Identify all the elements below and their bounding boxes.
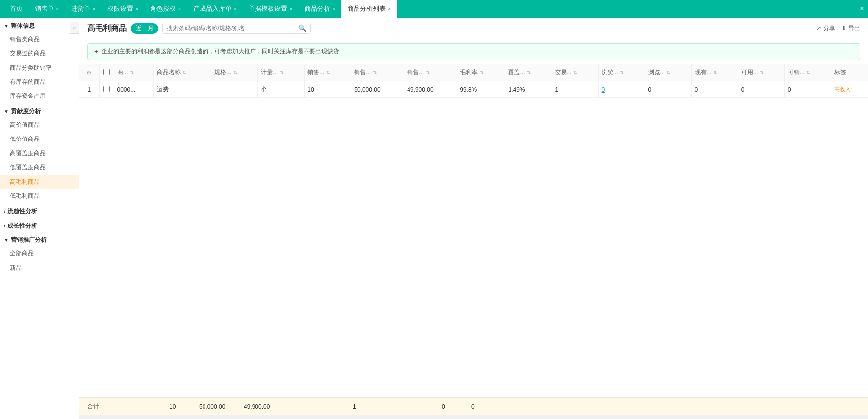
sidebar-group-growth[interactable]: › 成长性分析 [0, 218, 79, 232]
td-name: 运费 [153, 81, 211, 98]
nav-purchase[interactable]: 进货单 × [65, 0, 101, 18]
td-sales-qty: 10 [305, 81, 351, 98]
td-unit: 个 [258, 81, 305, 98]
nav-close-production[interactable]: × [234, 6, 237, 12]
th-views1: 浏览... ⇅ [598, 64, 645, 81]
nav-template[interactable]: 单据模板设置 × [243, 0, 298, 18]
sidebar-group-overall[interactable]: ▼ 整体信息 [0, 18, 79, 32]
share-icon: ↗ [817, 25, 821, 32]
search-box: 🔍 [162, 23, 311, 34]
nav-permissions[interactable]: 权限设置 × [102, 0, 144, 18]
sort-spec: ⇅ [233, 70, 237, 75]
horizontal-scrollbar[interactable] [79, 415, 868, 419]
nav-sales[interactable]: 销售单 × [29, 0, 65, 18]
sidebar-item-low-coverage[interactable]: 低覆盖度商品 [0, 160, 79, 175]
sidebar-item-new-goods[interactable]: 新品 [0, 261, 79, 275]
window-close-button[interactable]: × [860, 4, 864, 13]
th-name: 商品名称 ⇅ [153, 64, 211, 81]
sidebar-item-capital-usage[interactable]: 库存资金占用 [0, 89, 79, 103]
footer-empty2 [320, 403, 350, 410]
export-button[interactable]: ⬇ 导出 [841, 24, 860, 33]
sidebar-item-high-margin[interactable]: 高毛利商品 [0, 175, 79, 189]
sidebar-collapse-button[interactable]: « [70, 22, 79, 34]
arrow-marketing: ▼ [4, 237, 9, 243]
footer-sales-amount: 50,000.00 [196, 403, 241, 410]
nav-roles[interactable]: 角色授权 × [144, 0, 187, 18]
th-sales-amount: 销售... ⇅ [351, 64, 404, 81]
td-current: 0 [691, 81, 738, 98]
nav-close-roles[interactable]: × [178, 6, 181, 12]
sidebar-item-low-value[interactable]: 低价值商品 [0, 132, 79, 146]
td-views1[interactable]: 0 [598, 81, 645, 98]
sidebar-item-low-margin[interactable]: 低毛利商品 [0, 189, 79, 203]
th-current: 现有... ⇅ [691, 64, 738, 81]
sidebar-item-high-value[interactable]: 高价值商品 [0, 118, 79, 132]
search-input[interactable] [167, 25, 298, 32]
main-layout: « ▼ 整体信息 销售类商品 交易过的商品 商品分类助销率 有库存的商品 库存资… [0, 18, 868, 419]
arrow-overall: ▼ [4, 23, 9, 29]
sidebar-item-high-coverage[interactable]: 高覆盖度商品 [0, 146, 79, 161]
info-banner: ✦ 企业的主要的利润都是这部分商品创造的，可考虑加大推广，同时关注库存是不要出现… [87, 43, 860, 60]
filter-recent-month-button[interactable]: 近一月 [131, 23, 158, 34]
nav-production[interactable]: 产成品入库单 × [187, 0, 243, 18]
nav-close-purchase[interactable]: × [92, 6, 95, 12]
nav-analysis[interactable]: 商品分析 × [299, 0, 341, 18]
nav-home[interactable]: 首页 [4, 0, 29, 18]
footer-transactions: 1 [350, 403, 379, 410]
row-checkbox[interactable] [103, 86, 110, 92]
sidebar-group-marketing[interactable]: ▼ 营销推广分析 [0, 232, 79, 246]
th-transactions: 交易... ⇅ [552, 64, 598, 81]
sort-current: ⇅ [713, 70, 717, 75]
nav-analysis-list[interactable]: 商品分析列表 × [341, 0, 397, 18]
td-index: 1 [79, 81, 99, 98]
arrow-trend: › [4, 209, 5, 214]
sort-views1: ⇅ [620, 70, 624, 75]
td-available: 0 [738, 81, 784, 98]
td-tag: 高收入 [831, 81, 868, 98]
select-all-checkbox[interactable] [103, 69, 110, 75]
th-views2: 浏览... ⇅ [645, 64, 691, 81]
footer-current: 0 [439, 403, 468, 410]
footer-values: 10 50,000.00 49,900.00 1 0 0 [166, 403, 498, 410]
td-coverage: 1.49% [505, 81, 552, 98]
td-sales-amount: 50,000.00 [351, 81, 404, 98]
table-row: 1 0000... 运费 个 10 50,000.00 49,900.00 99… [79, 81, 868, 98]
td-spec [211, 81, 258, 98]
search-icon[interactable]: 🔍 [298, 24, 306, 32]
footer-empty1 [285, 403, 320, 410]
settings-icon[interactable]: ⚙ [86, 69, 92, 76]
sort-gross-margin: ⇅ [480, 70, 484, 75]
sidebar-item-category-rate[interactable]: 商品分类助销率 [0, 61, 79, 75]
td-transactions: 1 [552, 81, 598, 98]
header-actions: ↗ 分享 ⬇ 导出 [817, 24, 860, 33]
th-gross-margin: 毛利率 ⇅ [457, 64, 505, 81]
footer-empty4 [409, 403, 439, 410]
nav-close-analysis-list[interactable]: × [388, 6, 391, 12]
table-container[interactable]: ⚙ 商... ⇅ 商品名称 ⇅ [79, 64, 868, 397]
sidebar-item-in-stock[interactable]: 有库存的商品 [0, 75, 79, 89]
export-icon: ⬇ [841, 25, 846, 32]
td-views2: 0 [645, 81, 691, 98]
th-settings[interactable]: ⚙ [79, 64, 99, 81]
th-checkbox[interactable] [99, 64, 114, 81]
nav-close-analysis[interactable]: × [332, 6, 335, 12]
td-saleable: 0 [784, 81, 831, 98]
td-gross-margin: 99.8% [457, 81, 505, 98]
share-button[interactable]: ↗ 分享 [817, 24, 835, 33]
td-checkbox[interactable] [99, 81, 114, 98]
footer-sales-qty: 10 [166, 403, 196, 410]
nav-close-template[interactable]: × [289, 6, 292, 12]
nav-close-permissions[interactable]: × [135, 6, 138, 12]
td-code: 0000... [114, 81, 153, 98]
sidebar-item-traded-goods[interactable]: 交易过的商品 [0, 47, 79, 61]
nav-close-sales[interactable]: × [56, 6, 59, 12]
th-saleable: 可销... ⇅ [784, 64, 831, 81]
sort-coverage: ⇅ [527, 70, 531, 75]
sidebar-group-trend[interactable]: › 流趋性分析 [0, 203, 79, 218]
sort-sales-cost: ⇅ [426, 70, 430, 75]
sidebar-item-sales-goods[interactable]: 销售类商品 [0, 32, 79, 47]
sidebar-item-all-goods[interactable]: 全部商品 [0, 246, 79, 261]
sort-saleable: ⇅ [806, 70, 810, 75]
th-sales-cost: 销售... ⇅ [404, 64, 457, 81]
sidebar-group-contribution[interactable]: ▼ 贡献度分析 [0, 103, 79, 118]
